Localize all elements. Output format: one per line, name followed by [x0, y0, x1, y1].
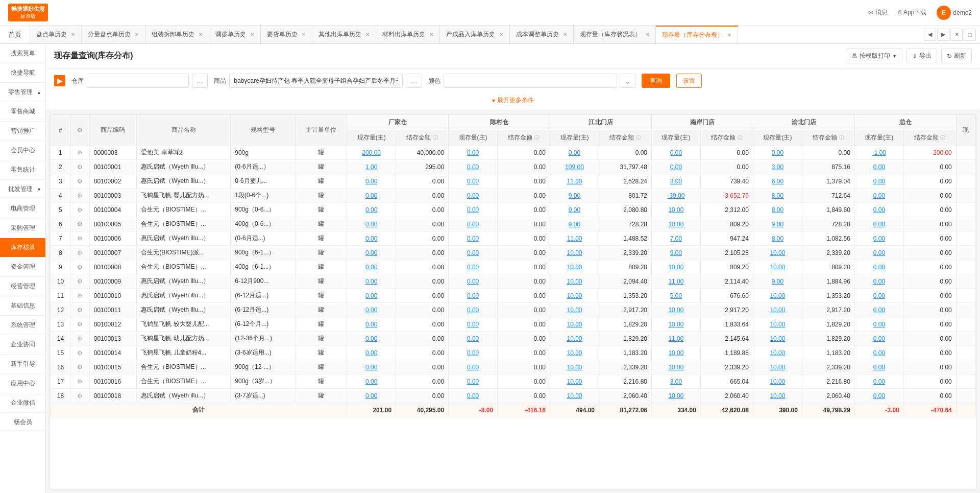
row-factory-stock[interactable]: 0.00 [347, 303, 396, 317]
info-icon-5[interactable]: ⓘ [839, 135, 844, 140]
app-download-btn[interactable]: ⎙ App下载 [898, 8, 926, 17]
row-nanqi-stock[interactable]: 3.00 [651, 374, 700, 389]
row-nanqi-stock[interactable]: 0.00 [651, 160, 700, 174]
sidebar-item-member2[interactable]: 畅会员 [0, 413, 45, 432]
row-yubeimen-stock[interactable]: 3.00 [753, 160, 802, 174]
row-factory-stock[interactable]: 0.00 [347, 374, 396, 389]
sidebar-item-wholesale[interactable]: 批发管理▼ [0, 180, 45, 199]
filter-toggle-btn[interactable]: ▶ [54, 75, 65, 86]
row-total-stock[interactable]: 0.00 [854, 389, 903, 403]
row-factory-stock[interactable]: 0.00 [347, 289, 396, 303]
export-btn[interactable]: ⇓ 导出 [906, 49, 937, 63]
sidebar-item-new-guide[interactable]: 新手引导 [0, 355, 45, 374]
tab-purchase[interactable]: 要货单历史 ✕ [261, 26, 312, 44]
info-icon-2[interactable]: ⓘ [534, 135, 540, 140]
row-factory-stock[interactable]: 0.00 [347, 389, 396, 403]
gear-icon[interactable]: ⚙ [77, 127, 83, 134]
row-gear-icon[interactable]: ⚙ [77, 307, 83, 314]
row-yubeimen-stock[interactable]: 10.00 [753, 389, 802, 403]
row-jiangbei-stock[interactable]: 0.00 [550, 146, 599, 160]
row-yubeimen-stock[interactable]: 10.00 [753, 246, 802, 260]
row-factory-stock[interactable]: 200.00 [347, 146, 396, 160]
sidebar-item-purchase[interactable]: 采购管理 [0, 219, 45, 238]
row-yubeimen-stock[interactable]: 10.00 [753, 260, 802, 274]
row-jiangbei-stock[interactable]: 10.00 [550, 289, 599, 303]
info-icon-4[interactable]: ⓘ [738, 135, 743, 140]
color-input[interactable] [444, 74, 617, 88]
tab-other-out[interactable]: 其他出库单历史 ✕ [312, 26, 376, 44]
row-total-stock[interactable]: 0.00 [854, 160, 903, 174]
row-total-stock[interactable]: 0.00 [854, 317, 903, 332]
tab-home[interactable]: 首页 [0, 26, 30, 44]
row-yubeimen-stock[interactable]: 10.00 [753, 374, 802, 389]
close-tab-cost-adjust[interactable]: ✕ [563, 32, 567, 37]
row-yubeimen-stock[interactable]: 0.00 [753, 146, 802, 160]
row-jiangbei-stock[interactable]: 9.00 [550, 189, 599, 203]
sidebar-item-quick-nav[interactable]: 快捷导航 [0, 63, 45, 83]
sidebar-item-retail-stats[interactable]: 零售统计 [0, 160, 45, 180]
row-jiangbei-stock[interactable]: 10.00 [550, 246, 599, 260]
row-yubeimen-stock[interactable]: 10.00 [753, 289, 802, 303]
user-area[interactable]: E demo2 [937, 6, 972, 20]
tab-sub-inventory[interactable]: 分量盘点单历史 ✕ [82, 26, 145, 44]
row-village-stock[interactable]: 0.00 [449, 346, 498, 360]
row-gear-icon[interactable]: ⚙ [77, 264, 83, 271]
row-village-stock[interactable]: 0.00 [449, 160, 498, 174]
sidebar-item-basic-info[interactable]: 基础信息 [0, 296, 45, 316]
row-nanqi-stock[interactable]: 11.00 [651, 332, 700, 346]
sidebar-item-enterprise-collab[interactable]: 企业协同 [0, 335, 45, 355]
row-total-stock[interactable]: 0.00 [854, 274, 903, 289]
row-total-stock[interactable]: 0.00 [854, 332, 903, 346]
setting-btn[interactable]: 设置 [676, 74, 702, 88]
row-factory-stock[interactable]: 0.00 [347, 217, 396, 231]
row-nanqi-stock[interactable]: 10.00 [651, 217, 700, 231]
row-yubeimen-stock[interactable]: 6.00 [753, 174, 802, 189]
row-jiangbei-stock[interactable]: 9.00 [550, 217, 599, 231]
row-jiangbei-stock[interactable]: 10.00 [550, 389, 599, 403]
row-nanqi-stock[interactable]: 10.00 [651, 360, 700, 374]
row-village-stock[interactable]: 0.00 [449, 174, 498, 189]
row-factory-stock[interactable]: 0.00 [347, 317, 396, 332]
row-total-stock[interactable]: 0.00 [854, 231, 903, 246]
tab-cost-adjust[interactable]: 成本调整单历史 ✕ [510, 26, 574, 44]
row-yubeimen-stock[interactable]: 9.00 [753, 217, 802, 231]
row-factory-stock[interactable]: 0.00 [347, 346, 396, 360]
row-jiangbei-stock[interactable]: 11.00 [550, 231, 599, 246]
row-nanqi-stock[interactable]: 10.00 [651, 346, 700, 360]
row-gear-icon[interactable]: ⚙ [77, 278, 83, 285]
tab-prev-btn[interactable]: ◀ [924, 29, 936, 41]
info-icon-1[interactable]: ⓘ [433, 135, 438, 140]
warehouse-input[interactable] [87, 74, 189, 88]
row-nanqi-stock[interactable]: 9.00 [651, 246, 700, 260]
row-nanqi-stock[interactable]: 5.00 [651, 289, 700, 303]
row-total-stock[interactable]: 0.00 [854, 346, 903, 360]
close-tab-material-out[interactable]: ✕ [429, 32, 433, 37]
row-gear-icon[interactable]: ⚙ [77, 178, 83, 185]
tab-finished-in[interactable]: 产成品入库单历史 ✕ [440, 26, 510, 44]
sidebar-item-app-center[interactable]: 应用中心 [0, 374, 45, 393]
row-gear-icon[interactable]: ⚙ [77, 235, 83, 242]
row-yubeimen-stock[interactable]: 10.00 [753, 346, 802, 360]
row-nanqi-stock[interactable]: -39.00 [651, 189, 700, 203]
sidebar-item-sys-mgmt[interactable]: 系统管理 [0, 316, 45, 335]
tab-stock-table[interactable]: 现存量（库存状况表） ✕ [574, 26, 656, 44]
refresh-btn[interactable]: ↻ 刷新 [941, 49, 972, 63]
row-nanqi-stock[interactable]: 0.00 [651, 146, 700, 160]
row-jiangbei-stock[interactable]: 10.00 [550, 260, 599, 274]
goods-more-btn[interactable]: ... [406, 74, 422, 88]
row-village-stock[interactable]: 0.00 [449, 217, 498, 231]
row-yubeimen-stock[interactable]: 8.00 [753, 203, 802, 217]
sidebar-item-ecommerce[interactable]: 电商管理 [0, 199, 45, 219]
close-tab-inventory-count[interactable]: ✕ [71, 32, 75, 37]
row-factory-stock[interactable]: 0.00 [347, 203, 396, 217]
row-total-stock[interactable]: 0.00 [854, 246, 903, 260]
warehouse-more-btn[interactable]: ... [192, 74, 208, 88]
row-factory-stock[interactable]: 0.00 [347, 360, 396, 374]
row-total-stock[interactable]: 0.00 [854, 303, 903, 317]
tab-assembly[interactable]: 组装拆卸单历史 ✕ [145, 26, 209, 44]
row-total-stock[interactable]: -1.00 [854, 146, 903, 160]
sidebar-item-inventory[interactable]: 库存核算 [0, 238, 45, 257]
row-gear-icon[interactable]: ⚙ [77, 392, 83, 400]
row-village-stock[interactable]: 0.00 [449, 389, 498, 403]
row-jiangbei-stock[interactable]: 10.00 [550, 374, 599, 389]
